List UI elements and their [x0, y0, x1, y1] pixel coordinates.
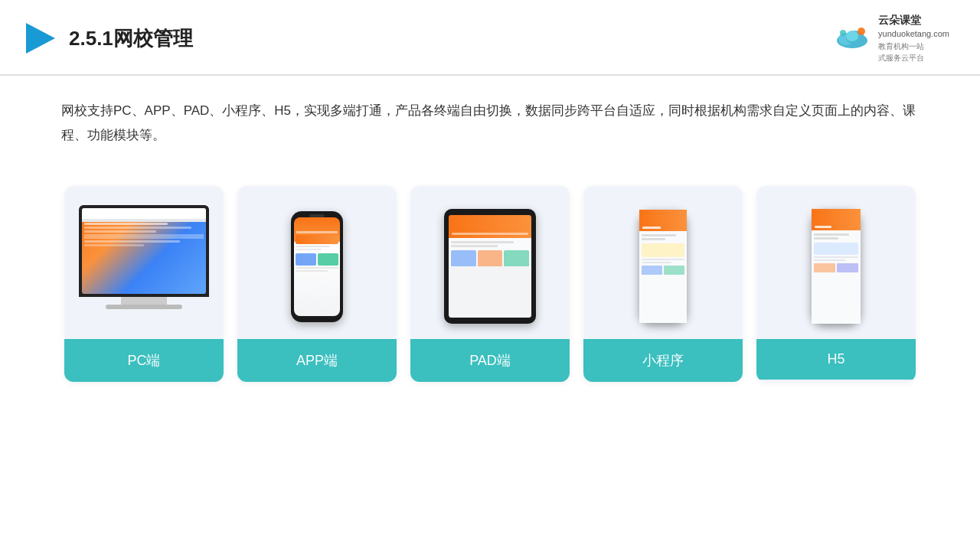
card-miniprogram-image [583, 186, 743, 339]
app-phone-mockup [291, 211, 343, 322]
card-pc: PC端 [64, 186, 224, 382]
svg-point-5 [858, 28, 865, 35]
cards-container: PC端 [0, 163, 980, 382]
card-pad-label: PAD端 [410, 339, 570, 382]
logo-tagline: 教育机构一站 式服务云平台 [878, 41, 949, 64]
card-app-label: APP端 [237, 339, 397, 382]
card-pc-image [64, 186, 224, 339]
card-app: APP端 [237, 186, 397, 382]
card-pad: PAD端 [410, 186, 570, 382]
logo-area: 云朵课堂 yunduoketang.com 教育机构一站 式服务云平台 [832, 14, 949, 64]
svg-marker-0 [26, 23, 55, 54]
card-miniprogram-label: 小程序 [583, 339, 743, 382]
logo-icon [832, 24, 872, 53]
card-pad-image [410, 186, 570, 339]
logo-name: 云朵课堂 [878, 14, 949, 28]
logo-text-block: 云朵课堂 yunduoketang.com 教育机构一站 式服务云平台 [878, 14, 949, 64]
page-title: 2.5.1网校管理 [69, 25, 193, 52]
logo-url: yunduoketang.com [878, 28, 949, 41]
play-icon [23, 21, 57, 55]
description-text: 网校支持PC、APP、PAD、小程序、H5，实现多端打通，产品各终端自由切换，数… [0, 76, 980, 156]
card-miniprogram: 小程序 [583, 186, 743, 382]
svg-point-4 [846, 31, 858, 41]
header-left: 2.5.1网校管理 [23, 21, 193, 55]
card-app-image [237, 186, 397, 339]
h5-phone-mockup [812, 209, 861, 324]
card-pc-label: PC端 [64, 339, 224, 382]
card-h5: H5 [756, 186, 916, 382]
tablet-mockup [444, 209, 536, 324]
miniprogram-phone-mockup [639, 210, 687, 323]
header: 2.5.1网校管理 云朵课堂 yunduoketang.com 教育机构一站 式… [0, 0, 980, 76]
card-h5-label: H5 [756, 339, 916, 380]
card-h5-image [756, 186, 916, 339]
svg-point-6 [840, 30, 846, 36]
pc-mockup [79, 205, 209, 328]
